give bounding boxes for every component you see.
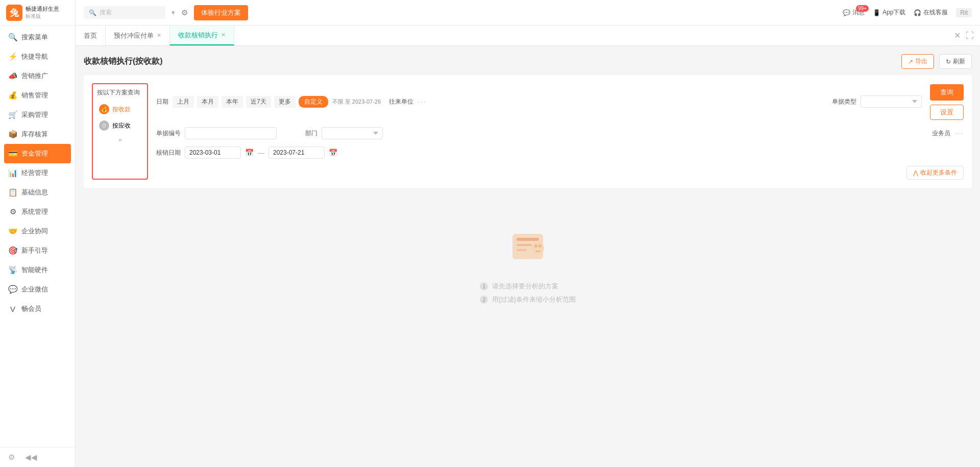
topbar: 🔍 搜索 ▾ ⚙ 体验行业方案 💬 消息 99+ 📱 App下载 🎧 在线客服 … — [76, 0, 980, 26]
calendar-end-icon[interactable]: 📅 — [329, 149, 337, 157]
username-display[interactable]: Rit — [956, 8, 972, 17]
settings-bottom-icon[interactable]: ⚙ — [8, 453, 15, 462]
dropdown-icon[interactable]: ▾ — [172, 9, 175, 16]
sidebar-item-1[interactable]: ⚡快捷导航 — [0, 47, 75, 66]
sidebar-item-12[interactable]: 📡智能硬件 — [0, 260, 75, 280]
sidebar-label-5: 库存核算 — [21, 130, 48, 139]
sidebar-label-7: 经营管理 — [21, 168, 48, 178]
sidebar-label-4: 采购管理 — [21, 110, 48, 119]
verify-date-start-input[interactable] — [185, 146, 241, 159]
app-logo-icon: 兔 — [6, 5, 22, 21]
content-area: 收款核销执行(按收款) ↗ 导出 ↻ 刷新 按以下方案查询 💰 按收款 — [76, 46, 980, 467]
verify-date-end-input[interactable] — [268, 146, 325, 159]
collapse-more-conditions-button[interactable]: ⋀ 收起更多条件 — [906, 166, 964, 180]
empty-state-illustration — [502, 218, 553, 269]
dept-filter-field: 部门 — [305, 127, 383, 139]
sidebar-icon-13: 💬 — [8, 285, 17, 294]
page-header: 收款核销执行(按收款) ↗ 导出 ↻ 刷新 — [84, 54, 972, 69]
sidebar-icon-14: V — [8, 305, 17, 313]
empty-tip-2: 2 用[过滤]条件来缩小分析范围 — [480, 293, 575, 306]
sidebar-item-3[interactable]: 💰销售管理 — [0, 86, 75, 105]
sidebar-item-6[interactable]: 💳资金管理 — [4, 144, 71, 163]
sidebar-icon-8: 📋 — [8, 188, 17, 197]
svg-rect-2 — [517, 244, 532, 246]
sidebar-label-13: 企业微信 — [21, 285, 48, 294]
sidebar-item-2[interactable]: 📣营销推广 — [0, 66, 75, 86]
tip-text-1: 请先选择要分析的方案 — [492, 280, 558, 293]
doc-type-select[interactable] — [861, 95, 922, 108]
dept-select[interactable] — [322, 127, 383, 139]
tab-home[interactable]: 首页 — [76, 26, 106, 45]
sidebar-item-11[interactable]: 🎯新手引导 — [0, 241, 75, 260]
headset-icon: 🎧 — [914, 9, 921, 16]
sidebar-label-12: 智能硬件 — [21, 265, 48, 275]
gear-icon[interactable]: ⚙ — [181, 8, 188, 17]
message-icon: 💬 — [843, 9, 850, 16]
tab-prepaid[interactable]: 预付冲应付单 ✕ — [106, 26, 170, 45]
tab-collection[interactable]: 收款核销执行 ✕ — [170, 26, 234, 45]
app-download-button[interactable]: 📱 App下载 — [873, 8, 905, 17]
tab-collection-close[interactable]: ✕ — [221, 32, 226, 38]
sidebar-item-14[interactable]: V畅会员 — [0, 299, 75, 318]
close-tab-icon[interactable]: ✕ — [954, 31, 961, 40]
sidebar-icon-1: ⚡ — [8, 52, 17, 61]
query-button[interactable]: 查询 — [930, 84, 964, 101]
sidebar-item-4[interactable]: 🛒采购管理 — [0, 105, 75, 125]
calendar-start-icon[interactable]: 📅 — [245, 149, 254, 157]
sidebar-icon-10: 🤝 — [8, 227, 17, 236]
sidebar-item-7[interactable]: 📊经营管理 — [0, 163, 75, 183]
search-icon: 🔍 — [89, 9, 96, 16]
filter-main: 日期 上月 本月 本年 近7天 更多 自定义 不限 至 2023-07-26 往… — [156, 83, 964, 180]
date-filter-field: 日期 上月 本月 本年 近7天 更多 自定义 不限 至 2023-07-26 — [156, 96, 381, 108]
date-btn-7days[interactable]: 近7天 — [246, 96, 271, 108]
refresh-button[interactable]: ↻ 刷新 — [939, 54, 972, 69]
export-button[interactable]: ↗ 导出 — [901, 54, 934, 69]
sidebar-icon-3: 💰 — [8, 91, 17, 100]
tab-collection-label: 收款核销执行 — [178, 31, 218, 40]
date-btn-last-month[interactable]: 上月 — [173, 96, 194, 108]
maximize-tab-icon[interactable]: ⛶ — [966, 31, 974, 40]
sidebar-item-0[interactable]: 🔍搜索菜单 — [0, 28, 75, 47]
date-btn-this-year[interactable]: 本年 — [222, 96, 243, 108]
settings-button[interactable]: 设置 — [930, 105, 964, 120]
filter-option-by-receipt[interactable]: 💰 按收款 — [97, 101, 143, 117]
sidebar-label-14: 畅会员 — [21, 304, 41, 313]
sidebar-item-5[interactable]: 📦库存核算 — [0, 125, 75, 144]
online-service-button[interactable]: 🎧 在线客服 — [914, 8, 948, 17]
tip-num-1: 1 — [480, 282, 488, 290]
tab-prepaid-close[interactable]: ✕ — [157, 32, 161, 39]
solution-button[interactable]: 体验行业方案 — [194, 5, 248, 20]
svg-point-6 — [534, 244, 537, 248]
date-label: 日期 — [156, 97, 168, 106]
date-btn-custom[interactable]: 自定义 — [299, 96, 328, 108]
sidebar-icon-9: ⚙ — [8, 207, 17, 216]
doc-no-input[interactable] — [185, 127, 277, 139]
collapse-sidebar-icon[interactable]: ◀◀ — [25, 453, 37, 462]
message-button[interactable]: 💬 消息 99+ — [843, 8, 865, 17]
sidebar-item-10[interactable]: 🤝企业协同 — [0, 222, 75, 241]
tab-home-label: 首页 — [84, 31, 97, 40]
filter-row-2: 单据编号 部门 业务员 ··· — [156, 127, 964, 139]
topbar-search[interactable]: 🔍 搜索 — [84, 6, 165, 19]
sidebar-icon-4: 🛒 — [8, 110, 17, 119]
sidebar-icon-0: 🔍 — [8, 33, 17, 42]
date-quick-buttons: 上月 本月 本年 近7天 更多 自定义 — [173, 96, 328, 108]
empty-tip-1: 1 请先选择要分析的方案 — [480, 280, 575, 293]
doc-type-label: 单据类型 — [832, 97, 856, 106]
dept-label: 部门 — [305, 129, 317, 138]
filter-option-receipt-label: 按收款 — [112, 105, 131, 114]
tabbar: 首页 预付冲应付单 ✕ 收款核销执行 ✕ ✕ ⛶ — [76, 26, 980, 46]
sidebar-item-9[interactable]: ⚙系统管理 — [0, 202, 75, 222]
date-range-display: 不限 至 2023-07-26 — [332, 98, 381, 106]
sidebar-item-8[interactable]: 📋基础信息 — [0, 183, 75, 202]
sidebar-icon-11: 🎯 — [8, 246, 17, 255]
collapse-filter-sidebar-icon[interactable]: » — [97, 136, 143, 143]
date-btn-more[interactable]: 更多 — [274, 96, 296, 108]
svg-point-5 — [538, 244, 542, 248]
sidebar-nav: 🔍搜索菜单⚡快捷导航📣营销推广💰销售管理🛒采购管理📦库存核算💳资金管理📊经营管理… — [0, 26, 75, 447]
filter-option-by-receivable[interactable]: ⏱ 按应收 — [97, 117, 143, 134]
sidebar-item-13[interactable]: 💬企业微信 — [0, 280, 75, 299]
message-badge: 99+ — [856, 5, 869, 12]
sidebar-icon-5: 📦 — [8, 130, 17, 139]
date-btn-this-month[interactable]: 本月 — [197, 96, 218, 108]
